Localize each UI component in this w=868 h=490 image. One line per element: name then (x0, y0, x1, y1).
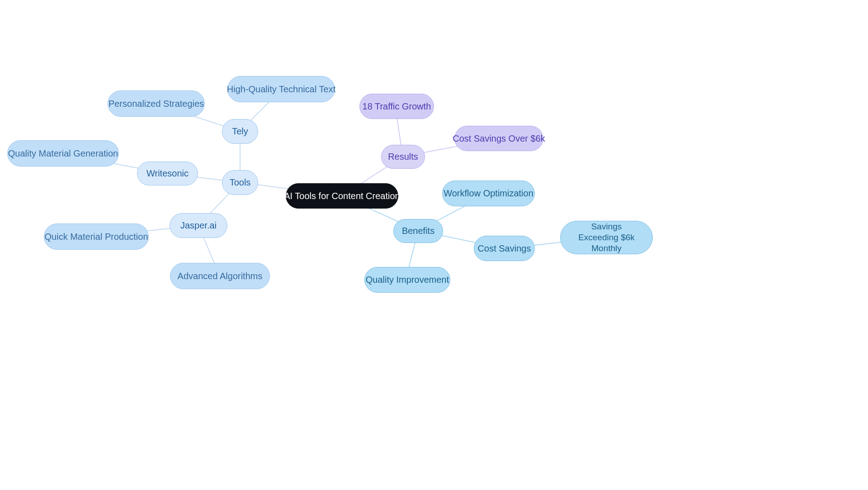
exceeding-savings-label: Savings Exceeding $6k Monthly (571, 221, 642, 253)
personalized-strategies-label: Personalized Strategies (108, 98, 204, 109)
advanced-algorithms-label: Advanced Algorithms (178, 271, 263, 282)
results-node[interactable]: Results (381, 145, 425, 169)
jasper-label: Jasper.ai (180, 220, 217, 231)
traffic-growth-label: 18 Traffic Growth (363, 101, 431, 112)
quality-material-node[interactable]: Quality Material Generation (7, 140, 119, 167)
tely-label: Tely (232, 126, 248, 137)
cost-savings-label: Cost Savings (478, 243, 531, 254)
traffic-growth-node[interactable]: 18 Traffic Growth (359, 94, 434, 119)
tely-node[interactable]: Tely (222, 119, 258, 144)
quality-material-label: Quality Material Generation (8, 148, 118, 159)
results-label: Results (388, 151, 418, 162)
writesonic-node[interactable]: Writesonic (137, 162, 198, 186)
tools-label: Tools (230, 177, 251, 188)
quick-production-node[interactable]: Quick Material Production (44, 224, 149, 250)
jasper-node[interactable]: Jasper.ai (170, 213, 227, 238)
cost-savings-node[interactable]: Cost Savings (474, 236, 535, 261)
benefits-node[interactable]: Benefits (393, 219, 443, 243)
quality-improvement-label: Quality Improvement (366, 274, 449, 285)
technical-text-node[interactable]: High-Quality Technical Text (227, 76, 335, 102)
results-savings-label: Cost Savings Over $6k (453, 133, 545, 144)
root-label: AI Tools for Content Creation (284, 190, 400, 202)
workflow-label: Workflow Optimization (443, 188, 533, 199)
writesonic-label: Writesonic (146, 168, 189, 179)
exceeding-savings-node[interactable]: Savings Exceeding $6k Monthly (560, 221, 653, 254)
quick-production-label: Quick Material Production (45, 231, 148, 243)
tools-node[interactable]: Tools (222, 170, 258, 195)
advanced-algorithms-node[interactable]: Advanced Algorithms (170, 263, 270, 289)
results-savings-node[interactable]: Cost Savings Over $6k (454, 126, 543, 151)
benefits-label: Benefits (402, 225, 434, 237)
technical-text-label: High-Quality Technical Text (227, 84, 336, 95)
quality-improvement-node[interactable]: Quality Improvement (364, 267, 450, 293)
workflow-node[interactable]: Workflow Optimization (442, 181, 535, 206)
personalized-strategies-node[interactable]: Personalized Strategies (108, 90, 205, 117)
root-node[interactable]: AI Tools for Content Creation (286, 183, 398, 209)
